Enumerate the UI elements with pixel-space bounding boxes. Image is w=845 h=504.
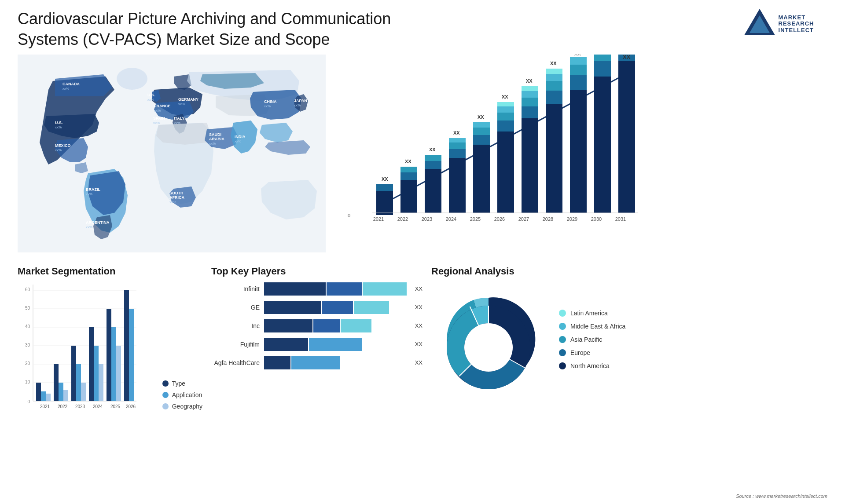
player-bar-mid bbox=[327, 282, 362, 296]
player-bar-dark bbox=[264, 319, 312, 332]
legend-type-label: Type bbox=[172, 380, 185, 387]
svg-text:2021: 2021 bbox=[40, 404, 50, 409]
svg-rect-68 bbox=[522, 91, 538, 98]
svg-text:ARABIA: ARABIA bbox=[209, 137, 224, 141]
svg-rect-62 bbox=[497, 106, 514, 113]
svg-text:XX: XX bbox=[429, 147, 436, 152]
svg-text:2025: 2025 bbox=[110, 404, 121, 409]
svg-text:FRANCE: FRANCE bbox=[154, 104, 171, 108]
legend-application-label: Application bbox=[172, 391, 202, 398]
legend-type: Type bbox=[162, 380, 202, 387]
svg-rect-73 bbox=[546, 81, 562, 91]
svg-rect-125 bbox=[89, 327, 94, 401]
player-value: XX bbox=[415, 304, 422, 310]
donut-chart bbox=[431, 282, 546, 397]
svg-text:GERMANY: GERMANY bbox=[178, 97, 198, 102]
svg-text:AFRICA: AFRICA bbox=[169, 195, 184, 200]
bar-chart-svg: 0 XX XX XX XX bbox=[343, 55, 643, 244]
svg-text:INDIA: INDIA bbox=[235, 135, 246, 139]
svg-rect-83 bbox=[594, 61, 611, 77]
player-bar-mid bbox=[313, 319, 340, 332]
north-america-dot bbox=[559, 362, 566, 369]
svg-rect-79 bbox=[570, 65, 587, 75]
segmentation-bars: 0 10 20 30 40 50 60 bbox=[18, 282, 154, 423]
svg-rect-123 bbox=[76, 364, 81, 401]
player-row: GE XX bbox=[211, 301, 422, 314]
svg-text:XX: XX bbox=[502, 94, 508, 99]
svg-text:2024: 2024 bbox=[446, 216, 456, 222]
svg-text:ITALY: ITALY bbox=[174, 116, 185, 121]
svg-rect-122 bbox=[71, 346, 76, 401]
legend-geography-label: Geography bbox=[172, 403, 202, 410]
player-bars bbox=[264, 282, 407, 296]
svg-text:SPAIN: SPAIN bbox=[153, 116, 165, 121]
player-value: XX bbox=[415, 341, 422, 347]
svg-text:2023: 2023 bbox=[422, 216, 432, 222]
svg-rect-80 bbox=[570, 57, 587, 65]
canada-label: CANADA bbox=[62, 82, 80, 86]
svg-rect-42 bbox=[400, 172, 417, 180]
svg-rect-66 bbox=[522, 106, 538, 118]
player-bar-mid bbox=[322, 301, 353, 314]
svg-text:XX: XX bbox=[405, 159, 411, 164]
svg-text:U.K.: U.K. bbox=[147, 93, 155, 97]
player-name: Fujifilm bbox=[211, 341, 260, 348]
svg-rect-67 bbox=[522, 98, 538, 106]
svg-text:2028: 2028 bbox=[543, 216, 553, 222]
svg-text:0: 0 bbox=[348, 213, 350, 218]
svg-text:xx%: xx% bbox=[264, 104, 271, 108]
svg-rect-55 bbox=[473, 135, 490, 145]
world-map: CANADA xx% U.S. xx% MEXICO xx% BRAZIL xx… bbox=[18, 55, 326, 252]
svg-text:0: 0 bbox=[27, 399, 30, 404]
svg-text:2026: 2026 bbox=[494, 216, 505, 222]
svg-text:XX: XX bbox=[574, 55, 581, 56]
player-value: XX bbox=[415, 285, 422, 292]
svg-rect-41 bbox=[400, 180, 417, 213]
svg-rect-39 bbox=[376, 184, 393, 191]
svg-rect-117 bbox=[41, 391, 46, 401]
svg-rect-120 bbox=[59, 383, 63, 401]
svg-text:U.S.: U.S. bbox=[55, 121, 63, 125]
svg-rect-78 bbox=[570, 75, 587, 90]
svg-text:xx%: xx% bbox=[174, 121, 180, 125]
svg-text:xx%: xx% bbox=[178, 102, 185, 106]
regional-section: Regional Analysis bbox=[431, 266, 827, 472]
svg-rect-54 bbox=[473, 145, 490, 213]
svg-rect-86 bbox=[618, 61, 635, 213]
svg-rect-51 bbox=[449, 142, 466, 149]
svg-text:MEXICO: MEXICO bbox=[55, 143, 71, 148]
svg-rect-127 bbox=[99, 364, 103, 401]
svg-rect-49 bbox=[449, 158, 466, 213]
svg-text:2022: 2022 bbox=[397, 216, 408, 222]
player-name: GE bbox=[211, 304, 260, 311]
player-bar-dark bbox=[264, 301, 321, 314]
svg-rect-118 bbox=[46, 394, 51, 401]
svg-text:XX: XX bbox=[526, 78, 533, 84]
svg-text:xx%: xx% bbox=[147, 98, 154, 102]
legend-north-america: North America bbox=[559, 362, 625, 369]
latin-america-dot bbox=[559, 310, 566, 317]
svg-text:xx%: xx% bbox=[169, 200, 176, 204]
svg-rect-124 bbox=[81, 383, 86, 401]
segmentation-section: Market Segmentation 0 10 20 30 40 50 60 bbox=[18, 266, 202, 472]
svg-rect-60 bbox=[497, 121, 514, 131]
svg-rect-50 bbox=[449, 149, 466, 158]
svg-rect-129 bbox=[111, 327, 116, 401]
asia-pacific-label: Asia Pacific bbox=[570, 336, 602, 343]
svg-text:xx%: xx% bbox=[86, 192, 92, 196]
geography-dot bbox=[162, 403, 169, 409]
svg-text:xx%: xx% bbox=[209, 142, 216, 146]
svg-rect-65 bbox=[522, 118, 538, 213]
legend-mea: Middle East & Africa bbox=[559, 323, 625, 330]
svg-text:XX: XX bbox=[453, 130, 460, 135]
bar-chart-section: 0 XX XX XX XX bbox=[334, 55, 827, 252]
asia-pacific-dot bbox=[559, 336, 566, 343]
regional-legend: Latin America Middle East & Africa Asia … bbox=[559, 310, 625, 369]
player-bar-light bbox=[363, 282, 407, 296]
legend-geography: Geography bbox=[162, 403, 202, 410]
svg-rect-132 bbox=[129, 309, 134, 401]
regional-content: Latin America Middle East & Africa Asia … bbox=[431, 282, 827, 397]
svg-text:SAUDI: SAUDI bbox=[209, 132, 221, 137]
svg-text:xx%: xx% bbox=[55, 125, 62, 129]
svg-rect-69 bbox=[522, 86, 538, 91]
